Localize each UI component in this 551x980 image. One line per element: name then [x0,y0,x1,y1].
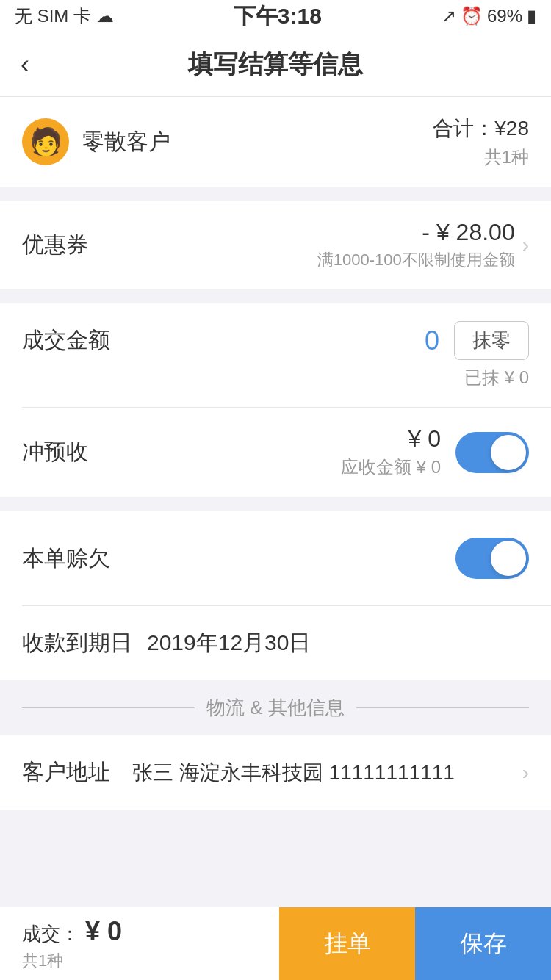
prereceive-section: 冲预收 ¥ 0 应收金额 ¥ 0 [0,408,551,497]
amount-label: 成交金额 [22,325,110,356]
divider-2 [0,289,551,303]
avatar-icon: 🧑 [29,126,62,157]
divider-1 [0,187,551,201]
debt-toggle[interactable] [455,538,529,579]
duedate-value[interactable]: 2019年12月30日 [147,628,311,658]
transaction-section: 成交金额 0 抹零 已抹 ¥ 0 冲预收 ¥ 0 应收金额 ¥ 0 [0,303,551,497]
address-label: 客户地址 [22,757,110,788]
customer-section: 🧑 零散客户 合计：¥28 共1种 [0,97,551,187]
total-count: 共1种 [433,145,529,169]
save-button[interactable]: 保存 [415,907,551,980]
amount-sub: 已抹 ¥ 0 [22,366,529,389]
logistics-separator: 物流 & 其他信息 [0,680,551,735]
debt-label: 本单赊欠 [22,544,110,574]
chevron-right-icon: › [522,234,529,257]
address-row[interactable]: 客户地址 张三 海淀永丰科技园 11111111111 › [0,735,551,810]
sep-line-left [22,707,195,708]
location-icon: ↗ [442,6,456,26]
battery-icon: ▮ [527,6,536,26]
prereceive-label: 冲预收 [22,437,88,467]
sim-status: 无 SIM 卡 ☁ [15,4,114,28]
round-button[interactable]: 抹零 [454,321,529,360]
prereceive-amount-wrap: ¥ 0 应收金额 ¥ 0 [341,425,441,479]
avatar: 🧑 [22,118,69,165]
back-button[interactable]: ‹ [21,49,29,80]
status-bar: 无 SIM 卡 ☁ 下午3:18 ↗ ⏰ 69% ▮ [0,0,551,32]
bottom-count: 共1种 [22,950,257,972]
coupon-right: - ¥ 28.00 满1000-100不限制使用金额 › [317,219,529,271]
amount-section: 成交金额 0 抹零 已抹 ¥ 0 [0,303,551,407]
bottom-deal-amount: ¥ 0 [85,916,122,947]
debt-section: 本单赊欠 收款到期日 2019年12月30日 [0,511,551,680]
coupon-desc: 满1000-100不限制使用金额 [317,249,515,271]
status-time: 下午3:18 [234,1,322,32]
coupon-info: - ¥ 28.00 满1000-100不限制使用金额 [317,219,515,271]
alarm-icon: ⏰ [461,6,483,26]
address-section: 客户地址 张三 海淀永丰科技园 11111111111 › [0,735,551,810]
prereceive-right: ¥ 0 应收金额 ¥ 0 [341,425,529,479]
total-amount: 合计：¥28 [433,115,529,143]
status-left: 无 SIM 卡 ☁ [15,4,114,28]
sep-line-right [356,707,529,708]
divider-3 [0,497,551,511]
nav-bar: ‹ 填写结算等信息 [0,32,551,97]
duedate-section: 收款到期日 2019年12月30日 [0,606,551,680]
address-chevron-icon: › [522,761,529,785]
customer-name: 零散客户 [82,127,170,157]
duedate-row: 收款到期日 2019年12月30日 [22,628,529,658]
duedate-label: 收款到期日 [22,628,132,658]
prereceive-row: 冲预收 ¥ 0 应收金额 ¥ 0 [22,425,529,479]
hold-button[interactable]: 挂单 [279,907,415,980]
prereceive-toggle[interactable] [455,432,529,473]
amount-row: 成交金额 0 抹零 [22,321,529,360]
toggle-knob [491,435,526,470]
amount-value[interactable]: 0 [395,325,439,356]
amount-right: 0 抹零 [395,321,529,360]
debt-toggle-knob [491,541,526,576]
coupon-section: 优惠券 - ¥ 28.00 满1000-100不限制使用金额 › [0,201,551,289]
bottom-deal: 成交： ¥ 0 [22,916,257,947]
coupon-amount: - ¥ 28.00 [317,219,515,246]
prereceive-amount: ¥ 0 [341,425,441,453]
bottom-bar: 成交： ¥ 0 共1种 挂单 保存 [0,907,551,980]
customer-total: 合计：¥28 共1种 [433,115,529,169]
prereceive-sub: 应收金额 ¥ 0 [341,455,441,479]
bottom-info: 成交： ¥ 0 共1种 [0,907,279,980]
coupon-label: 优惠券 [22,230,88,260]
debt-row: 本单赊欠 [0,511,551,605]
status-right: ↗ ⏰ 69% ▮ [442,6,536,26]
customer-left: 🧑 零散客户 [22,118,170,165]
battery-level: 69% [487,6,522,26]
coupon-row[interactable]: 优惠券 - ¥ 28.00 满1000-100不限制使用金额 › [0,201,551,289]
address-content: 张三 海淀永丰科技园 11111111111 [132,759,522,787]
logistics-label: 物流 & 其他信息 [206,695,345,721]
bottom-deal-label: 成交： [22,921,79,947]
customer-row: 🧑 零散客户 合计：¥28 共1种 [0,97,551,187]
page-title: 填写结算等信息 [188,48,363,82]
